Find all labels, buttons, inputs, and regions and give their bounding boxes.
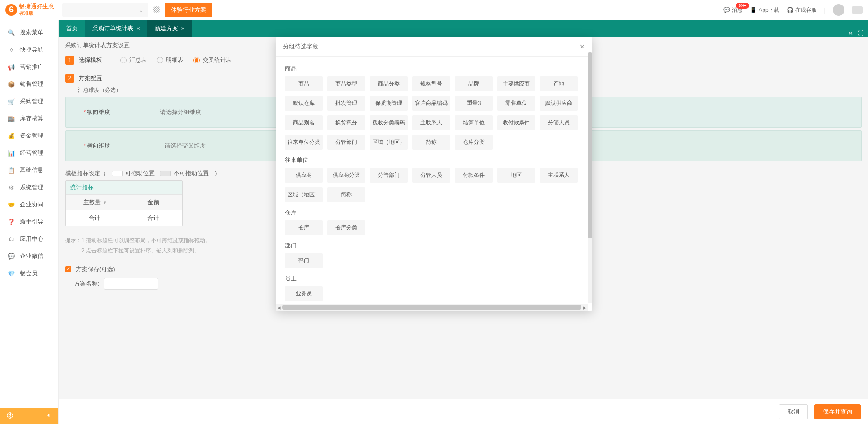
field-chip[interactable]: 商品别名 xyxy=(285,115,323,130)
svg-point-0 xyxy=(156,9,157,10)
trial-button[interactable]: 体验行业方案 xyxy=(165,3,212,17)
field-chip[interactable]: 供应商分类 xyxy=(327,168,365,183)
modal-title: 分组待选字段 xyxy=(283,43,318,51)
scroll-right-icon[interactable]: ▸ xyxy=(581,304,588,311)
scroll-left-icon[interactable]: ◂ xyxy=(276,304,282,311)
field-chip[interactable]: 默认供应商 xyxy=(540,96,578,111)
field-chip[interactable]: 品牌 xyxy=(455,76,493,91)
field-grid: 商品商品类型商品分类规格型号品牌主要供应商产地默认仓库批次管理保质期管理客户商品… xyxy=(285,76,583,150)
field-chip[interactable]: 客户商品编码 xyxy=(412,96,450,111)
online-service-button[interactable]: 🎧 在线客服 xyxy=(787,6,817,14)
field-chip[interactable]: 商品类型 xyxy=(327,76,365,91)
field-chip[interactable]: 部门 xyxy=(285,253,323,268)
field-group-title: 往来单位 xyxy=(285,156,583,164)
field-group-title: 仓库 xyxy=(285,209,583,217)
field-chip[interactable]: 批次管理 xyxy=(327,96,365,111)
field-chip[interactable]: 零售单位 xyxy=(497,96,535,111)
field-chip[interactable]: 往来单位分类 xyxy=(285,135,323,150)
company-select[interactable]: ⌄ xyxy=(62,3,148,17)
headset-icon: 🎧 xyxy=(787,7,793,13)
field-group-title: 部门 xyxy=(285,242,583,250)
field-chip[interactable]: 分管部门 xyxy=(327,135,365,150)
messages-badge: 99+ xyxy=(736,3,749,9)
field-grid: 仓库仓库分类 xyxy=(285,220,583,235)
field-chip[interactable]: 收付款条件 xyxy=(497,115,535,130)
logo: 6 畅捷通好生意 标准版 xyxy=(5,3,59,16)
field-chip[interactable]: 税收分类编码 xyxy=(370,115,408,130)
divider: | xyxy=(824,7,826,14)
field-chip[interactable]: 保质期管理 xyxy=(370,96,408,111)
field-chip[interactable]: 仓库 xyxy=(285,220,323,235)
field-chip[interactable]: 主要供应商 xyxy=(497,76,535,91)
modal-close-icon[interactable]: ✕ xyxy=(580,43,585,50)
field-chip[interactable]: 地区 xyxy=(497,168,535,183)
field-chip[interactable]: 产地 xyxy=(540,76,578,91)
modal-scrollbar-vertical[interactable] xyxy=(588,52,592,303)
brand-name: 畅捷通好生意 xyxy=(19,3,54,10)
field-chip[interactable]: 简称 xyxy=(412,135,450,150)
group-fields-modal: 分组待选字段 ✕ 商品商品商品类型商品分类规格型号品牌主要供应商产地默认仓库批次… xyxy=(276,37,592,311)
field-chip[interactable]: 简称 xyxy=(327,187,365,202)
field-chip[interactable]: 默认仓库 xyxy=(285,96,323,111)
online-service-label: 在线客服 xyxy=(795,6,817,14)
messages-button[interactable]: 💬 消息 99+ xyxy=(723,6,743,14)
field-chip[interactable]: 规格型号 xyxy=(412,76,450,91)
top-header: 6 畅捷通好生意 标准版 ⌄ 体验行业方案 💬 消息 99+ 📱 App下载 🎧… xyxy=(0,0,868,20)
field-chip[interactable]: 区域（地区） xyxy=(370,135,408,150)
user-chip[interactable] xyxy=(852,6,863,14)
field-chip[interactable]: 仓库分类 xyxy=(327,220,365,235)
modal-body: 商品商品商品类型商品分类规格型号品牌主要供应商产地默认仓库批次管理保质期管理客户… xyxy=(276,57,592,311)
chevron-down-icon: ⌄ xyxy=(139,7,144,14)
field-chip[interactable]: 重量3 xyxy=(455,96,493,111)
top-right-actions: 💬 消息 99+ 📱 App下载 🎧 在线客服 | xyxy=(723,4,863,16)
modal-header: 分组待选字段 ✕ xyxy=(276,37,592,57)
field-group-title: 商品 xyxy=(285,65,583,73)
field-chip[interactable]: 仓库分类 xyxy=(455,135,493,150)
field-chip[interactable]: 商品分类 xyxy=(370,76,408,91)
field-chip[interactable]: 供应商 xyxy=(285,168,323,183)
field-grid: 供应商供应商分类分管部门分管人员付款条件地区主联系人区域（地区）简称 xyxy=(285,168,583,202)
field-chip[interactable]: 区域（地区） xyxy=(285,187,323,202)
phone-icon: 📱 xyxy=(750,7,757,13)
field-chip[interactable]: 结算单位 xyxy=(455,115,493,130)
field-chip[interactable]: 分管部门 xyxy=(370,168,408,183)
app-download-button[interactable]: 📱 App下载 xyxy=(750,6,779,14)
field-chip[interactable]: 分管人员 xyxy=(412,168,450,183)
avatar[interactable] xyxy=(833,4,844,16)
field-chip[interactable]: 商品 xyxy=(285,76,323,91)
app-download-label: App下载 xyxy=(759,6,779,14)
field-group-title: 员工 xyxy=(285,275,583,283)
field-chip[interactable]: 付款条件 xyxy=(455,168,493,183)
field-chip[interactable]: 主联系人 xyxy=(412,115,450,130)
brand-sub: 标准版 xyxy=(19,10,54,17)
message-icon: 💬 xyxy=(723,7,730,13)
modal-scrollbar-horizontal[interactable]: ◂ ▸ xyxy=(276,304,588,311)
field-chip[interactable]: 业务员 xyxy=(285,286,323,301)
field-chip[interactable]: 主联系人 xyxy=(540,168,578,183)
field-chip[interactable]: 换货积分 xyxy=(327,115,365,130)
field-grid: 部门 xyxy=(285,253,583,268)
field-chip[interactable]: 分管人员 xyxy=(540,115,578,130)
logo-icon: 6 xyxy=(5,4,17,16)
gear-icon[interactable] xyxy=(153,6,160,14)
field-grid: 业务员 xyxy=(285,286,583,301)
